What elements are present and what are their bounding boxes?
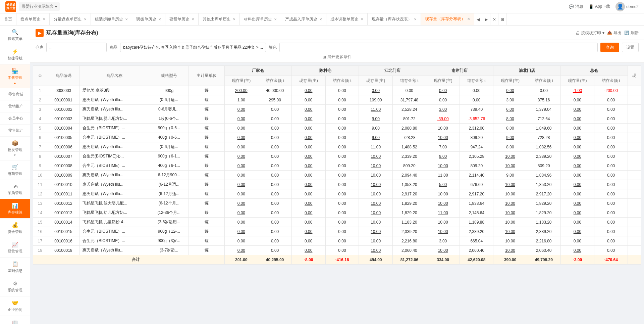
tab-stock-dist[interactable]: 现存量（库存分布表） ✕ <box>421 13 474 26</box>
export-btn[interactable]: 📤 导出 <box>607 30 622 36</box>
cell-linhe-stock[interactable]: 0.00 <box>291 133 325 142</box>
cell-jiangbei-stock[interactable]: 109.00 <box>359 95 393 105</box>
cell-factory-stock[interactable]: 0.00 <box>224 171 258 180</box>
tab-close-count-history[interactable]: ✕ <box>43 17 45 21</box>
cell-yubei-stock[interactable]: 10.00 <box>493 180 527 189</box>
cell-total-stock[interactable]: 0.00 <box>560 105 594 114</box>
sidebar-item-operations[interactable]: 📈 经营管理 <box>0 238 30 258</box>
tab-close-split-count[interactable]: ✕ <box>84 17 87 21</box>
th-settings[interactable]: ⚙ <box>33 66 47 86</box>
cell-linhe-stock[interactable]: 0.00 <box>291 199 325 208</box>
cell-yubei-stock[interactable]: 10.00 <box>493 208 527 218</box>
cell-factory-stock[interactable]: 0.00 <box>224 114 258 124</box>
sidebar-item-ecommerce[interactable]: 🛒 电商管理 <box>0 160 30 180</box>
cell-linhe-stock[interactable]: 0.00 <box>291 86 325 95</box>
settings-gear-icon[interactable]: ⚙ <box>38 74 42 78</box>
tab-other-out[interactable]: 其他出库单历史 ✕ <box>199 13 240 26</box>
sidebar-item-retail[interactable]: 🏪 零售管理 ▲ <box>0 64 30 88</box>
cell-nanan-stock[interactable]: 10.00 <box>426 133 460 142</box>
warehouse-input[interactable]: ... <box>46 43 107 52</box>
cell-total-stock[interactable]: 0.00 <box>560 227 594 236</box>
cell-factory-stock[interactable]: 0.00 <box>224 189 258 199</box>
cell-total-stock[interactable]: 0.00 <box>560 152 594 161</box>
cell-total-stock[interactable]: 0.00 <box>560 218 594 227</box>
cell-factory-stock[interactable]: 0.00 <box>224 152 258 161</box>
cell-jiangbei-stock[interactable]: 10.00 <box>359 208 393 218</box>
tab-count-history[interactable]: 盘点单历史 ✕ <box>16 13 50 26</box>
cell-jiangbei-stock[interactable]: 9.00 <box>359 133 393 142</box>
cell-nanan-stock[interactable]: 5.00 <box>426 180 460 189</box>
cell-yubei-stock[interactable]: 10.00 <box>493 152 527 161</box>
app-download-btn[interactable]: 📱 App下载 <box>589 4 610 9</box>
settings-btn[interactable]: 设置 <box>622 43 639 52</box>
expand-conditions-btn[interactable]: ⊞ 展开更多条件 <box>323 54 352 60</box>
sidebar-item-system[interactable]: ⚙ 系统管理 <box>0 277 30 296</box>
cell-linhe-stock[interactable]: 0.00 <box>291 246 325 255</box>
cell-yubei-stock[interactable]: 8.00 <box>493 124 527 133</box>
cell-jiangbei-stock[interactable]: 10.00 <box>359 161 393 171</box>
cell-yubei-stock[interactable]: 10.00 <box>493 199 527 208</box>
cell-factory-stock[interactable]: 0.00 <box>224 236 258 246</box>
cell-yubei-stock[interactable]: 10.00 <box>493 227 527 236</box>
sidebar-item-member[interactable]: 会员中心 <box>0 112 30 125</box>
info-icon-3[interactable]: ℹ <box>417 79 419 83</box>
cell-total-stock[interactable]: 0.00 <box>560 236 594 246</box>
cell-factory-stock[interactable]: 0.00 <box>224 199 258 208</box>
cell-linhe-stock[interactable]: 0.00 <box>291 161 325 171</box>
cell-jiangbei-stock[interactable]: 10.00 <box>359 227 393 236</box>
cell-jiangbei-stock[interactable]: 10.00 <box>359 152 393 161</box>
cell-jiangbei-stock[interactable]: 10.00 <box>359 180 393 189</box>
cell-factory-stock[interactable]: 0.00 <box>224 227 258 236</box>
tab-product-in[interactable]: 产成品入库单历史 ✕ <box>281 13 326 26</box>
cell-factory-stock[interactable]: 0.00 <box>224 246 258 255</box>
cell-jiangbei-stock[interactable]: 10.00 <box>359 236 393 246</box>
cell-yubei-stock[interactable]: 0.00 <box>493 86 527 95</box>
info-icon-1[interactable]: ℹ <box>283 79 284 83</box>
tab-close-transfer[interactable]: ✕ <box>158 17 161 21</box>
tab-close-purchase-order[interactable]: ✕ <box>192 17 194 21</box>
cell-jiangbei-stock[interactable]: 9.00 <box>359 114 393 124</box>
tab-next-btn[interactable]: ▶ <box>482 13 490 26</box>
cell-linhe-stock[interactable]: 0.00 <box>291 227 325 236</box>
tab-close-combine[interactable]: ✕ <box>125 17 128 21</box>
cell-yubei-stock[interactable]: 3.00 <box>493 95 527 105</box>
cell-yubei-stock[interactable]: 10.00 <box>493 189 527 199</box>
sidebar-item-guide[interactable]: 📖 新手引导 <box>0 316 30 324</box>
tab-material-out[interactable]: 材料出库单历史 ✕ <box>240 13 281 26</box>
tab-stock-status[interactable]: 现存量（库存状况表） ✕ <box>368 13 421 26</box>
cell-factory-stock[interactable]: 200.00 <box>224 86 258 95</box>
cell-linhe-stock[interactable]: 0.00 <box>291 208 325 218</box>
cell-nanan-stock[interactable]: 0.00 <box>426 86 460 95</box>
cell-factory-stock[interactable]: 0.00 <box>224 124 258 133</box>
cell-nanan-stock[interactable]: 3.00 <box>426 105 460 114</box>
cell-linhe-stock[interactable]: 0.00 <box>291 180 325 189</box>
sidebar-item-basic[interactable]: 📋 基础信息 <box>0 258 30 277</box>
cell-yubei-stock[interactable]: 10.00 <box>493 161 527 171</box>
cell-nanan-stock[interactable]: 0.00 <box>426 95 460 105</box>
collapse-btn[interactable]: ▶ <box>36 29 44 37</box>
cell-total-stock[interactable]: 0.00 <box>560 161 594 171</box>
cell-nanan-stock[interactable]: 3.00 <box>426 236 460 246</box>
cell-factory-stock[interactable]: 0.00 <box>224 142 258 152</box>
tab-prev-btn[interactable]: ◀ <box>474 13 482 26</box>
tab-combine-dismantle[interactable]: 组装拆卸单历史 ✕ <box>91 13 132 26</box>
cell-yubei-stock[interactable]: 8.00 <box>493 142 527 152</box>
cell-nanan-stock[interactable]: 11.00 <box>426 208 460 218</box>
cell-factory-stock[interactable]: 0.00 <box>224 105 258 114</box>
sidebar-item-wholesale[interactable]: 📦 批发管理 ▾ <box>0 137 30 160</box>
cell-total-stock[interactable]: 0.00 <box>560 124 594 133</box>
cell-linhe-stock[interactable]: 0.00 <box>291 124 325 133</box>
cell-total-stock[interactable]: 0.00 <box>560 246 594 255</box>
tab-transfer[interactable]: 调拨单历史 ✕ <box>132 13 165 26</box>
tab-home[interactable]: 首页 <box>0 13 16 26</box>
cell-nanan-stock[interactable]: 10.00 <box>426 227 460 236</box>
cell-nanan-stock[interactable]: 7.00 <box>426 142 460 152</box>
cell-total-stock[interactable]: 0.00 <box>560 171 594 180</box>
tab-purchase-order[interactable]: 要货单历史 ✕ <box>165 13 199 26</box>
sidebar-item-retail-stat[interactable]: 零售统计 <box>0 125 30 137</box>
sidebar-item-finance[interactable]: 💰 资金管理 <box>0 219 30 238</box>
tab-close-cost-adjust[interactable]: ✕ <box>361 17 363 21</box>
sidebar-item-search[interactable]: 🔍 搜索英单 <box>0 26 30 45</box>
cell-total-stock[interactable]: 0.00 <box>560 114 594 124</box>
cell-linhe-stock[interactable]: 0.00 <box>291 218 325 227</box>
